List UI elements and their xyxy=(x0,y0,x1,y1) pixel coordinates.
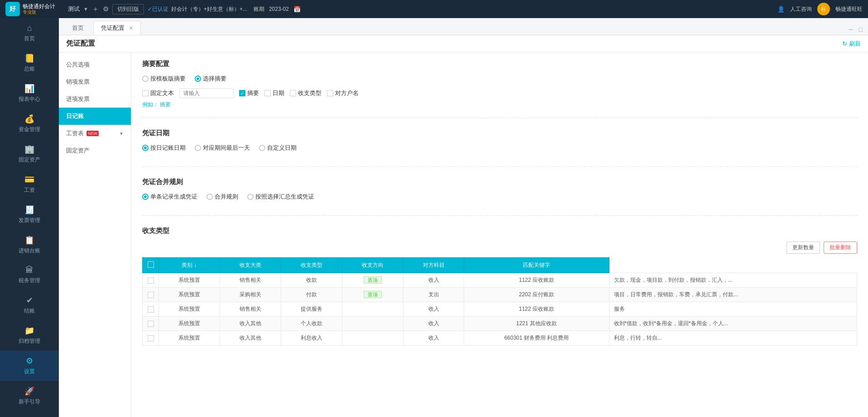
table-row: 系统预置 销售相关 提供服务 收入 1122 应收账款 服务 xyxy=(143,302,857,317)
checkbox-date[interactable]: 日期 xyxy=(264,89,284,97)
radio-circle-merge xyxy=(206,194,213,200)
brand: 好 畅捷通好会计 专业版 xyxy=(5,2,64,16)
ledger-icon: 📒 xyxy=(24,53,34,63)
page-title: 凭证配置 xyxy=(66,39,95,48)
tab-voucher-config[interactable]: 凭证配置 ✕ xyxy=(93,21,141,35)
radio-journal-date[interactable]: 按日记账日期 xyxy=(142,144,186,152)
sidebar-label-archive: 归档管理 xyxy=(19,337,40,345)
inner-layout: 公共选项 销项发票 进项发票 日记账 工资表 NEW ▼ xyxy=(59,52,868,417)
summary-section: 摘要配置 按模板版摘要 选择摘要 xyxy=(142,60,857,118)
salary-icon: 💳 xyxy=(24,175,34,185)
top-bar: 好 畅捷通好会计 专业版 测试 ▼ ＋ ⚙ 切到旧版 ✓已认证 好会计（专）+好… xyxy=(0,0,868,18)
checkbox-income-type[interactable]: 收支类型 xyxy=(290,89,321,97)
radio-select-summary[interactable]: 按照选择汇总生成凭证 xyxy=(247,193,314,201)
top-tag-2[interactable]: 置顶 xyxy=(364,291,382,298)
product-tags: 好会计（专）+好生意（标）+... xyxy=(171,5,247,13)
switch-version-button[interactable]: 切到旧版 xyxy=(112,4,144,14)
row-checkbox-3[interactable] xyxy=(143,302,159,317)
table-row: 系统预置 收入其他 利息收入 收入 660301 财务费用 利息费用 利息，行转… xyxy=(143,331,857,346)
radio-circle-custom xyxy=(259,145,265,151)
sidebar-item-member[interactable]: 👑 畅会员 xyxy=(0,411,59,417)
table-row: 系统预置 收入其他 个人收款 收入 1221 其他应收款 收到*借款，收到*备用… xyxy=(143,317,857,331)
row-checkbox-1[interactable] xyxy=(143,273,159,288)
select-all-checkbox[interactable] xyxy=(148,261,154,268)
th-main-type: 收支大类 xyxy=(220,258,281,273)
radio-select[interactable]: 选择摘要 xyxy=(195,75,226,83)
sidebar-label-tax: 税务管理 xyxy=(19,277,40,284)
left-nav-public[interactable]: 公共选项 xyxy=(59,56,131,73)
update-count-button[interactable]: 更新数量 xyxy=(786,242,820,254)
th-keywords: 匹配关键字 xyxy=(464,258,609,273)
sidebar-item-archive[interactable]: 📁 归档管理 xyxy=(0,320,59,351)
sidebar-label-invoice: 发票管理 xyxy=(19,217,40,224)
left-nav-sales[interactable]: 销项发票 xyxy=(59,73,131,90)
fixed-text-input[interactable] xyxy=(179,88,234,98)
row-checkbox-2[interactable] xyxy=(143,288,159,302)
window-maximize-icon[interactable]: □ xyxy=(859,26,863,33)
calendar-icon[interactable]: 📅 xyxy=(293,6,301,13)
checkbox-fixed-text[interactable]: 固定文本 xyxy=(142,89,174,97)
row-checkbox-4[interactable] xyxy=(143,317,159,331)
top-tag-1[interactable]: 置顶 xyxy=(364,276,382,284)
sidebar-item-salary[interactable]: 💳 工资 xyxy=(0,169,59,199)
top-bar-right: 👤 人工咨询 旺 畅捷通旺旺 xyxy=(777,3,863,15)
gear-icon[interactable]: ⚙ xyxy=(103,5,109,13)
radio-custom-date[interactable]: 自定义日期 xyxy=(259,144,297,152)
batch-delete-button[interactable]: 批量删除 xyxy=(824,242,857,254)
left-nav-payroll[interactable]: 工资表 NEW ▼ xyxy=(59,125,131,142)
consult-label[interactable]: 人工咨询 xyxy=(790,5,812,13)
left-nav-purchase-inv[interactable]: 进项发票 xyxy=(59,90,131,108)
consult-icon: 👤 xyxy=(777,6,785,13)
sidebar: ⌂ 首页 📒 总账 📊 报表中心 💰 资金管理 🏢 固定资产 💳 工资 🧾 发票… xyxy=(0,18,59,417)
date-section: 凭证日期 按日记账日期 对应期间最后一天 自定义日期 xyxy=(142,129,857,167)
sidebar-label-home: 首页 xyxy=(24,35,35,43)
sidebar-item-guide[interactable]: 🚀 新手引导 xyxy=(0,381,59,411)
sidebar-item-invoice[interactable]: 🧾 发票管理 xyxy=(0,199,59,230)
checkbox-box-abstract: ✓ xyxy=(239,90,245,96)
radio-period-last[interactable]: 对应期间最后一天 xyxy=(195,144,250,152)
radio-template[interactable]: 按模板版摘要 xyxy=(142,75,186,83)
left-nav-fixed-assets[interactable]: 固定资产 xyxy=(59,142,131,159)
checkbox-abstract[interactable]: ✓ 摘要 xyxy=(239,89,259,97)
radio-circle-summary xyxy=(247,194,254,200)
radio-circle-period-last xyxy=(195,145,201,151)
income-section: 收支类型 更新数量 批量删除 类别 ↓ 收支大类 xyxy=(142,227,857,355)
invoice-icon: 🧾 xyxy=(24,205,34,215)
dropdown-arrow-icon[interactable]: ▼ xyxy=(83,6,88,12)
radio-circle-select xyxy=(195,76,201,82)
sidebar-item-tax[interactable]: 🏛 税务管理 xyxy=(0,260,59,290)
tab-home[interactable]: 首页 xyxy=(64,21,91,35)
checkbox-counterparty[interactable]: 对方户名 xyxy=(327,89,359,97)
refresh-button[interactable]: ↻ 刷新 xyxy=(842,40,861,48)
avatar: 旺 xyxy=(817,3,830,15)
right-content: 摘要配置 按模板版摘要 选择摘要 xyxy=(131,52,868,417)
radio-single[interactable]: 单条记录生成凭证 xyxy=(142,193,197,201)
settle-icon: ✔ xyxy=(26,295,33,305)
table-row: 系统预置 销售相关 收款 置顶 收入 1122 应收账款 欠款， xyxy=(143,273,857,288)
company-name: 测试 xyxy=(68,5,80,13)
tab-close-icon[interactable]: ✕ xyxy=(129,25,133,31)
main-layout: ⌂ 首页 📒 总账 📊 报表中心 💰 资金管理 🏢 固定资产 💳 工资 🧾 发票… xyxy=(0,18,868,417)
row-checkbox-5[interactable] xyxy=(143,331,159,346)
checkbox-box-counterparty xyxy=(327,90,333,96)
sidebar-item-home[interactable]: ⌂ 首页 xyxy=(0,18,59,48)
example-text: 例如： 摘要 xyxy=(142,101,857,109)
sidebar-item-settle[interactable]: ✔ 结账 xyxy=(0,290,59,320)
summary-section-title: 摘要配置 xyxy=(142,60,857,68)
radio-circle-template xyxy=(142,76,149,82)
left-nav: 公共选项 销项发票 进项发票 日记账 工资表 NEW ▼ xyxy=(59,52,131,417)
radio-circle-journal-date xyxy=(142,145,149,151)
sidebar-item-purchase[interactable]: 📋 进销台账 xyxy=(0,230,59,260)
add-icon[interactable]: ＋ xyxy=(92,5,99,14)
fund-icon: 💰 xyxy=(24,114,34,124)
sidebar-item-report[interactable]: 📊 报表中心 xyxy=(0,78,59,109)
sidebar-item-fund[interactable]: 💰 资金管理 xyxy=(0,109,59,139)
sidebar-item-asset[interactable]: 🏢 固定资产 xyxy=(0,139,59,169)
left-nav-journal[interactable]: 日记账 xyxy=(59,108,131,125)
sidebar-item-settings[interactable]: ⚙ 设置 xyxy=(0,351,59,381)
window-minimize-icon[interactable]: ─ xyxy=(849,26,854,33)
th-checkbox[interactable] xyxy=(143,258,159,273)
sidebar-label-settings: 设置 xyxy=(24,368,35,375)
radio-merge[interactable]: 合并规则 xyxy=(206,193,238,201)
sidebar-item-ledger[interactable]: 📒 总账 xyxy=(0,48,59,78)
